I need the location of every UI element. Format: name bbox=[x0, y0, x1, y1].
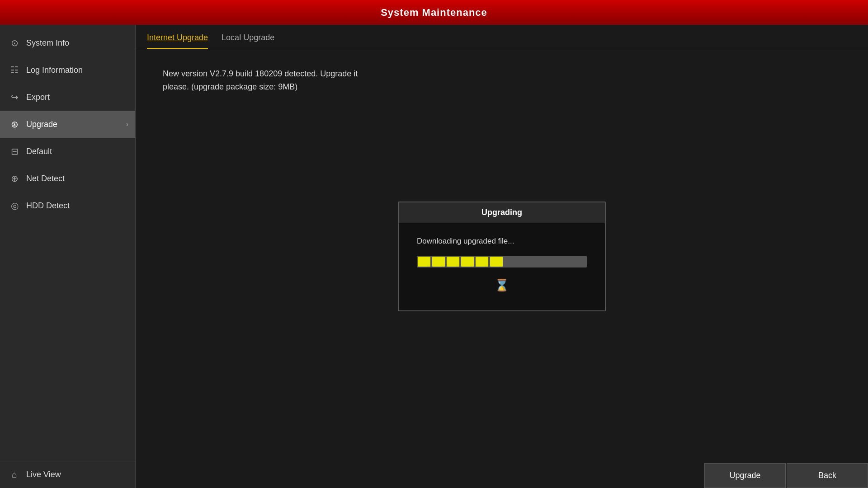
progress-segment-4 bbox=[461, 257, 474, 267]
hdd-icon: ◎ bbox=[9, 200, 20, 211]
progress-segment-6 bbox=[490, 257, 503, 267]
upgrade-icon: ⊛ bbox=[9, 119, 20, 130]
sidebar-label-upgrade: Upgrade bbox=[26, 120, 57, 129]
sidebar-item-hdd-detect[interactable]: ◎ HDD Detect bbox=[0, 192, 135, 219]
sidebar-item-upgrade[interactable]: ⊛ Upgrade › bbox=[0, 111, 135, 138]
export-icon: ↪ bbox=[9, 92, 20, 103]
progress-segment-2 bbox=[432, 257, 445, 267]
sidebar-label-log-information: Log Information bbox=[26, 66, 83, 75]
home-icon: ⌂ bbox=[9, 469, 20, 480]
upgrade-button[interactable]: Upgrade bbox=[704, 463, 786, 488]
sidebar-item-live-view[interactable]: ⌂ Live View bbox=[0, 461, 135, 488]
log-icon: ☷ bbox=[9, 65, 20, 75]
sidebar-item-default[interactable]: ⊟ Default bbox=[0, 138, 135, 165]
sidebar-label-export: Export bbox=[26, 93, 50, 102]
back-button[interactable]: Back bbox=[787, 463, 868, 488]
dialog-body: Downloading upgraded file... bbox=[399, 223, 605, 310]
arrow-icon: › bbox=[126, 120, 128, 128]
info-icon: ⊙ bbox=[9, 38, 20, 48]
hourglass-icon: ⌛ bbox=[495, 278, 509, 292]
progress-segment-5 bbox=[476, 257, 488, 267]
net-icon: ⊕ bbox=[9, 173, 20, 184]
dialog-title: Upgrading bbox=[399, 202, 605, 223]
title-bar-text: System Maintenance bbox=[381, 7, 487, 19]
upgrading-dialog: Upgrading Downloading upgraded file... bbox=[398, 202, 606, 311]
hourglass-container: ⌛ bbox=[417, 278, 587, 292]
sidebar-bottom: ⌂ Live View bbox=[0, 461, 135, 488]
default-icon: ⊟ bbox=[9, 146, 20, 157]
content-area: Internet Upgrade Local Upgrade New versi… bbox=[136, 25, 868, 488]
sidebar-item-system-info[interactable]: ⊙ System Info bbox=[0, 29, 135, 56]
dialog-overlay: Upgrading Downloading upgraded file... bbox=[136, 25, 868, 488]
sidebar-item-export[interactable]: ↪ Export bbox=[0, 84, 135, 111]
progress-segment-3 bbox=[447, 257, 459, 267]
progress-segment-1 bbox=[418, 257, 430, 267]
sidebar-label-hdd-detect: HDD Detect bbox=[26, 201, 70, 211]
dialog-status-text: Downloading upgraded file... bbox=[417, 237, 587, 246]
sidebar-label-live-view: Live View bbox=[26, 470, 61, 479]
sidebar-item-log-information[interactable]: ☷ Log Information bbox=[0, 56, 135, 84]
sidebar-label-default: Default bbox=[26, 147, 52, 156]
title-bar: System Maintenance bbox=[0, 0, 868, 25]
bottom-bar: Upgrade Back bbox=[704, 463, 868, 488]
progress-bar-fill bbox=[417, 256, 587, 267]
sidebar-item-net-detect[interactable]: ⊕ Net Detect bbox=[0, 165, 135, 192]
progress-bar bbox=[417, 256, 587, 267]
sidebar: ⊙ System Info ☷ Log Information ↪ Export… bbox=[0, 25, 136, 488]
sidebar-label-net-detect: Net Detect bbox=[26, 174, 65, 183]
main-layout: ⊙ System Info ☷ Log Information ↪ Export… bbox=[0, 25, 868, 488]
sidebar-label-system-info: System Info bbox=[26, 38, 69, 48]
